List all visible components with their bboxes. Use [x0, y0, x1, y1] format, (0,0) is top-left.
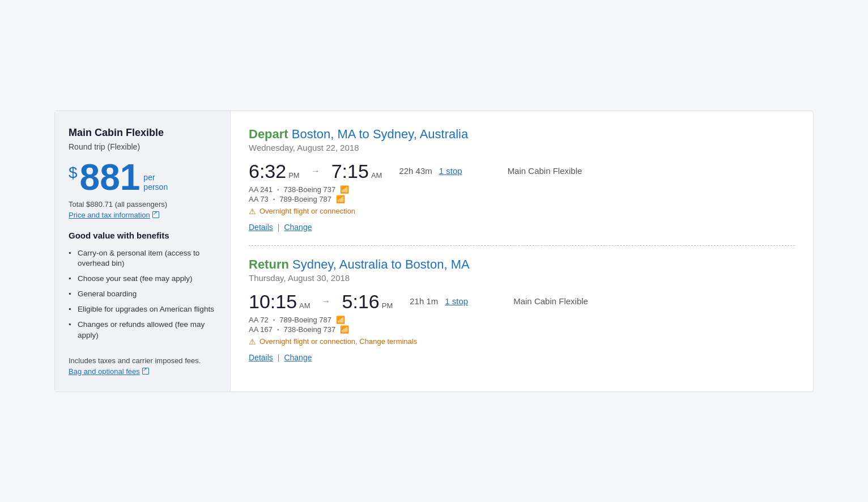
depart-time-block: 6:32 PM [249, 161, 300, 181]
return-flight-code-2: AA 167 [249, 325, 273, 334]
bag-fees-link[interactable]: Bag and optional fees [69, 367, 216, 376]
left-panel: Main Cabin Flexible Round trip (Flexible… [55, 111, 231, 392]
return-date: Thursday, August 30, 2018 [249, 273, 795, 283]
flight-code-1: AA 241 [249, 185, 273, 194]
warning-icon: ⚠ [249, 207, 256, 216]
depart-section: Depart Boston, MA to Sydney, Australia W… [249, 127, 795, 232]
list-item: Changes or refunds allowed (fee may appl… [69, 317, 216, 343]
depart-duration: 22h 43m [399, 166, 432, 176]
return-wifi-icon-2: 📶 [340, 325, 349, 334]
external-link-icon-bag [142, 368, 149, 375]
flight-code-2: AA 73 [249, 195, 269, 203]
depart-actions: Details | Change [249, 223, 795, 232]
total-text: Total $880.71 (all passengers) [69, 200, 216, 209]
trip-type: Round trip (Flexible) [69, 142, 216, 151]
return-plane-type-1: 789-Boeing 787 [279, 316, 331, 324]
arrive-time-block: 7:15 AM [331, 161, 382, 181]
action-separator: | [278, 353, 280, 362]
external-link-icon [152, 211, 159, 218]
return-cabin-label: Main Cabin Flexible [513, 296, 588, 306]
depart-change-link[interactable]: Change [284, 223, 312, 232]
list-item: General boarding [69, 287, 216, 302]
arrive-period: AM [371, 171, 382, 180]
return-stops-link[interactable]: 1 stop [445, 296, 468, 306]
dot-separator: ▪ [273, 196, 275, 202]
warning-text: Overnight flight or connection [259, 207, 355, 215]
dot-separator: ▪ [277, 186, 279, 193]
price-tax-link[interactable]: Price and tax information [69, 211, 216, 219]
return-header: Return Sydney, Australia to Boston, MA T… [249, 257, 795, 283]
wifi-icon-2: 📶 [336, 195, 345, 203]
flight-card: Main Cabin Flexible Round trip (Flexible… [54, 110, 814, 392]
depart-stops-link[interactable]: 1 stop [439, 166, 462, 176]
return-arrive-time: 5:16 [342, 292, 380, 311]
return-plane-type-2: 738-Boeing 737 [283, 325, 335, 334]
action-separator: | [278, 223, 280, 232]
list-item: Carry-on & personal item (access to over… [69, 246, 216, 272]
depart-title: Depart Boston, MA to Sydney, Australia [249, 127, 795, 142]
return-flight-2: AA 167 ▪ 738-Boeing 737 📶 [249, 325, 795, 334]
depart-flight-1: AA 241 ▪ 738-Boeing 737 📶 [249, 185, 795, 194]
depart-header: Depart Boston, MA to Sydney, Australia W… [249, 127, 795, 152]
arrow-icon: → [311, 166, 320, 176]
price-amount: 881 [80, 159, 141, 195]
return-details-link[interactable]: Details [249, 353, 273, 362]
depart-label: Depart [249, 127, 288, 141]
price-row: $ 881 perperson [69, 159, 216, 195]
return-arrow-icon: → [322, 296, 331, 307]
dot-separator: ▪ [273, 317, 275, 323]
wifi-icon-1: 📶 [340, 185, 349, 194]
arrive-time: 7:15 [331, 161, 369, 181]
return-section: Return Sydney, Australia to Boston, MA T… [249, 257, 795, 362]
return-depart-time-block: 10:15 AM [249, 292, 310, 311]
depart-meta: 22h 43m 1 stop [399, 166, 462, 176]
depart-flight-2: AA 73 ▪ 789-Boeing 787 📶 [249, 195, 795, 203]
benefits-list: Carry-on & personal item (access to over… [69, 246, 216, 343]
section-divider [249, 245, 795, 246]
depart-details-link[interactable]: Details [249, 223, 273, 232]
plane-type-1: 738-Boeing 737 [283, 185, 335, 194]
return-flight-code-1: AA 72 [249, 316, 269, 324]
benefits-title: Good value with benefits [69, 231, 216, 240]
return-label: Return [249, 257, 289, 271]
depart-date: Wednesday, August 22, 2018 [249, 143, 795, 152]
dot-separator: ▪ [277, 326, 279, 333]
list-item: Choose your seat (fee may apply) [69, 271, 216, 287]
return-title: Return Sydney, Australia to Boston, MA [249, 257, 795, 272]
return-route: Sydney, Australia to Boston, MA [292, 257, 470, 271]
return-warning-text: Overnight flight or connection, Change t… [259, 337, 417, 346]
right-panel: Depart Boston, MA to Sydney, Australia W… [231, 111, 813, 392]
return-depart-period: AM [299, 301, 310, 310]
return-duration: 21h 1m [410, 296, 438, 306]
plane-type-2: 789-Boeing 787 [279, 195, 331, 203]
price-dollar-sign: $ [69, 165, 78, 181]
footer-text: Includes taxes and carrier imposed fees. [69, 356, 216, 365]
return-actions: Details | Change [249, 353, 795, 362]
return-depart-time: 10:15 [249, 292, 297, 311]
list-item: Eligible for upgrades on American flight… [69, 302, 216, 317]
depart-warning: ⚠ Overnight flight or connection [249, 207, 795, 216]
depart-period: PM [288, 171, 300, 180]
return-warning-icon: ⚠ [249, 337, 256, 346]
return-meta: 21h 1m 1 stop [410, 296, 468, 306]
return-wifi-icon-1: 📶 [336, 316, 345, 324]
return-arrive-period: PM [382, 301, 393, 310]
depart-route: Boston, MA to Sydney, Australia [292, 127, 468, 141]
depart-time: 6:32 [249, 161, 286, 181]
return-flight-1: AA 72 ▪ 789-Boeing 787 📶 [249, 316, 795, 324]
depart-cabin-label: Main Cabin Flexible [508, 166, 582, 176]
price-per-person-label: perperson [143, 173, 168, 192]
return-arrive-time-block: 5:16 PM [342, 292, 393, 311]
return-warning: ⚠ Overnight flight or connection, Change… [249, 337, 795, 346]
return-change-link[interactable]: Change [284, 353, 312, 362]
cabin-title: Main Cabin Flexible [69, 127, 216, 139]
